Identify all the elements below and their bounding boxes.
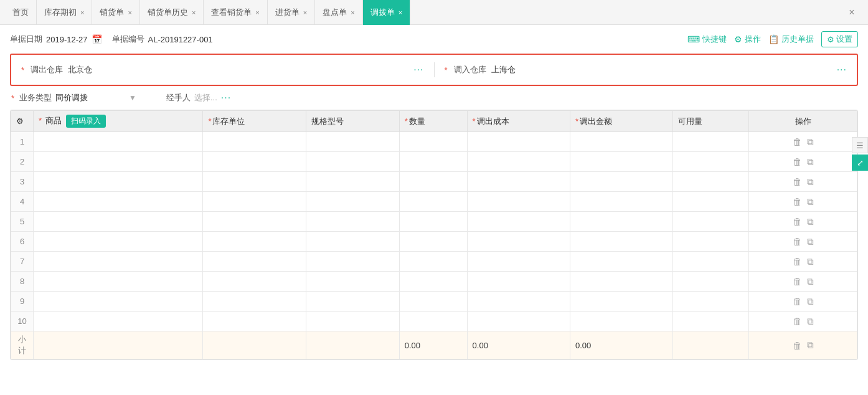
out-warehouse-more[interactable]: ··· (413, 64, 423, 75)
tab-sales-order[interactable]: 销货单 × (92, 0, 139, 25)
cell-transfer-cost[interactable] (467, 252, 570, 272)
tab-purchase-order[interactable]: 进货单 × (268, 0, 315, 25)
delete-icon[interactable]: 🗑 (793, 276, 802, 287)
copy-icon[interactable]: ⧉ (807, 216, 814, 227)
cell-unit[interactable] (203, 292, 306, 312)
delete-icon[interactable]: 🗑 (793, 236, 802, 247)
cell-available[interactable] (673, 212, 749, 232)
cell-spec[interactable] (306, 152, 399, 172)
cell-spec[interactable] (306, 252, 399, 272)
cell-product[interactable] (34, 292, 203, 312)
copy-icon[interactable]: ⧉ (807, 316, 814, 327)
copy-icon[interactable]: ⧉ (807, 196, 814, 207)
cell-product[interactable] (34, 232, 203, 252)
delete-icon[interactable]: 🗑 (793, 136, 802, 147)
delete-icon[interactable]: 🗑 (793, 340, 802, 351)
cell-available[interactable] (673, 132, 749, 152)
handler-input[interactable]: 选择... (194, 92, 217, 103)
tab-home[interactable]: 首页 (5, 0, 37, 25)
tab-view-sales-close[interactable]: × (255, 9, 259, 16)
cell-transfer-cost[interactable] (467, 192, 570, 212)
cell-product[interactable] (34, 152, 203, 172)
copy-icon[interactable]: ⧉ (807, 256, 814, 267)
cell-transfer-amount[interactable] (570, 292, 672, 312)
cell-transfer-cost[interactable] (467, 292, 570, 312)
cell-transfer-amount[interactable] (570, 232, 672, 252)
cell-transfer-cost[interactable] (467, 212, 570, 232)
cell-unit[interactable] (203, 331, 306, 359)
tab-sales-order-close[interactable]: × (128, 9, 131, 16)
cell-spec[interactable] (306, 212, 399, 232)
cell-qty[interactable] (399, 132, 467, 152)
cell-spec[interactable] (306, 272, 399, 292)
cell-transfer-amount[interactable] (570, 172, 672, 192)
cell-transfer-amount[interactable] (570, 132, 672, 152)
tab-view-sales[interactable]: 查看销货单 × (204, 0, 267, 25)
scan-button[interactable]: 扫码录入 (66, 115, 106, 128)
window-close-button[interactable]: × (841, 1, 863, 24)
cell-qty[interactable]: 0.00 (399, 331, 467, 359)
calendar-icon[interactable]: 📅 (92, 34, 102, 44)
cell-spec[interactable] (306, 331, 399, 359)
cell-qty[interactable] (399, 152, 467, 172)
cell-transfer-cost[interactable] (467, 152, 570, 172)
cell-product[interactable] (34, 192, 203, 212)
history-button[interactable]: 📋 历史单据 (768, 34, 814, 45)
in-warehouse-more[interactable]: ··· (837, 64, 847, 75)
cell-transfer-amount[interactable] (570, 212, 672, 232)
cell-spec[interactable] (306, 132, 399, 152)
cell-transfer-cost[interactable]: 0.00 (467, 331, 570, 359)
cell-transfer-amount[interactable] (570, 252, 672, 272)
cell-available[interactable] (673, 272, 749, 292)
cell-product[interactable] (34, 312, 203, 331)
copy-icon[interactable]: ⧉ (807, 340, 814, 351)
delete-icon[interactable]: 🗑 (793, 176, 802, 187)
cell-transfer-amount[interactable] (570, 192, 672, 212)
right-panel-expand-icon[interactable]: ⤢ (852, 155, 868, 171)
delete-icon[interactable]: 🗑 (793, 296, 802, 307)
copy-icon[interactable]: ⧉ (807, 236, 814, 247)
cell-unit[interactable] (203, 152, 306, 172)
copy-icon[interactable]: ⧉ (807, 296, 814, 307)
delete-icon[interactable]: 🗑 (793, 256, 802, 267)
cell-product[interactable] (34, 132, 203, 152)
cell-spec[interactable] (306, 172, 399, 192)
cell-product[interactable] (34, 331, 203, 359)
cell-spec[interactable] (306, 312, 399, 331)
cell-product[interactable] (34, 212, 203, 232)
cell-available[interactable] (673, 252, 749, 272)
cell-qty[interactable] (399, 252, 467, 272)
tab-sales-history[interactable]: 销货单历史 × (140, 0, 204, 25)
cell-qty[interactable] (399, 212, 467, 232)
cell-transfer-amount[interactable] (570, 312, 672, 331)
tab-sales-history-close[interactable]: × (192, 9, 196, 16)
cell-unit[interactable] (203, 232, 306, 252)
copy-icon[interactable]: ⧉ (807, 136, 814, 148)
cell-transfer-amount[interactable] (570, 272, 672, 292)
cell-unit[interactable] (203, 172, 306, 192)
cell-spec[interactable] (306, 232, 399, 252)
cell-transfer-amount[interactable] (570, 152, 672, 172)
delete-icon[interactable]: 🗑 (793, 216, 802, 227)
cell-transfer-cost[interactable] (467, 172, 570, 192)
tab-transfer-close[interactable]: × (399, 9, 402, 16)
cell-product[interactable] (34, 272, 203, 292)
cell-spec[interactable] (306, 292, 399, 312)
cell-unit[interactable] (203, 312, 306, 331)
date-value[interactable]: 2019-12-27 (46, 35, 88, 44)
shortcuts-button[interactable]: ⌨ 快捷键 (687, 34, 727, 45)
cell-unit[interactable] (203, 252, 306, 272)
settings-button[interactable]: ⚙ 设置 (821, 31, 858, 47)
operations-button[interactable]: ⚙ 操作 (734, 34, 761, 45)
right-panel-list-icon[interactable]: ☰ (852, 137, 868, 153)
cell-available[interactable] (673, 292, 749, 312)
cell-transfer-cost[interactable] (467, 272, 570, 292)
cell-transfer-cost[interactable] (467, 132, 570, 152)
cell-unit[interactable] (203, 192, 306, 212)
cell-unit[interactable] (203, 212, 306, 232)
cell-unit[interactable] (203, 272, 306, 292)
cell-available[interactable] (673, 152, 749, 172)
cell-available[interactable] (673, 172, 749, 192)
tab-stocktake-close[interactable]: × (351, 9, 354, 16)
cell-transfer-amount[interactable]: 0.00 (570, 331, 672, 359)
